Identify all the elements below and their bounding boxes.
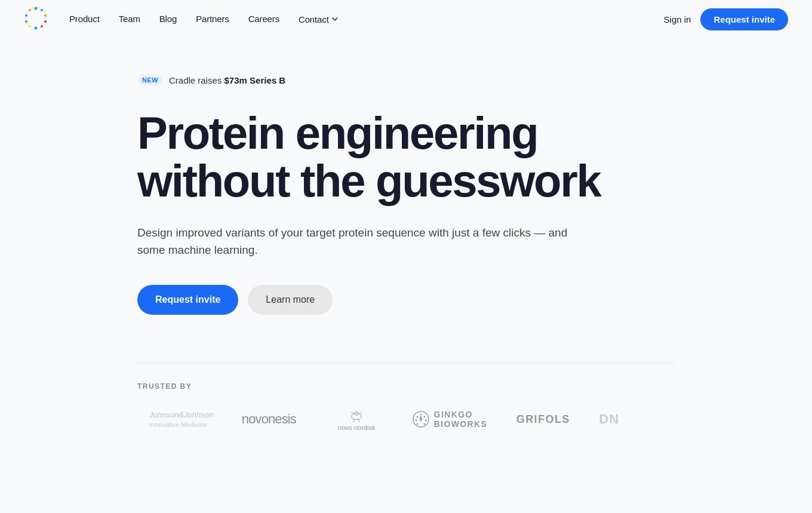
svg-point-23 xyxy=(416,423,418,425)
svg-point-4 xyxy=(44,20,47,23)
nav-links: Product Team Blog Partners Careers Conta… xyxy=(69,14,339,24)
new-badge: NEW xyxy=(137,75,163,85)
nav-link-team[interactable]: Team xyxy=(119,14,140,24)
svg-line-15 xyxy=(353,419,354,422)
svg-point-10 xyxy=(29,9,31,11)
svg-point-11 xyxy=(352,413,362,420)
trusted-label: TRUSTED BY xyxy=(137,382,675,391)
logo-grifols: GRIFOLS xyxy=(499,413,587,426)
nav-link-careers[interactable]: Careers xyxy=(248,14,279,24)
nav-link-product[interactable]: Product xyxy=(69,14,100,24)
logo-johnson-johnson: Johnson&Johnson Innovative Medicine xyxy=(137,410,225,429)
logo-ginkgo-bioworks: GINKGO BIOWORKS xyxy=(401,410,500,430)
signin-link[interactable]: Sign in xyxy=(664,14,691,24)
svg-line-13 xyxy=(352,412,354,414)
svg-point-7 xyxy=(29,25,31,27)
nav-link-partners[interactable]: Partners xyxy=(196,14,229,24)
svg-point-6 xyxy=(35,27,38,30)
nav-request-invite-button[interactable]: Request invite xyxy=(700,8,788,30)
nav-item-team[interactable]: Team xyxy=(119,14,140,24)
novo-nordisk-icon xyxy=(346,407,367,424)
announcement-text: Cradle raises $73m Series B xyxy=(169,75,285,85)
svg-point-8 xyxy=(25,20,27,23)
svg-line-16 xyxy=(359,419,359,422)
ginkgo-icon xyxy=(413,411,429,428)
cradle-logo xyxy=(24,6,48,30)
main-content: NEW Cradle raises $73m Series B Protein … xyxy=(113,38,699,431)
svg-point-0 xyxy=(25,7,47,29)
nav-right: Sign in Request invite xyxy=(664,8,788,30)
logo-novonesis: novonesis xyxy=(225,411,313,427)
chevron-down-icon xyxy=(331,16,339,23)
logo-dnv: DN xyxy=(587,411,675,427)
logo-novo-nordisk: novo nordisk xyxy=(313,407,401,431)
nav-left: Product Team Blog Partners Careers Conta… xyxy=(24,6,339,32)
svg-point-2 xyxy=(41,9,43,11)
navbar: Product Team Blog Partners Careers Conta… xyxy=(0,0,812,38)
cta-group: Request invite Learn more xyxy=(137,285,675,315)
logo-link[interactable] xyxy=(24,6,48,32)
svg-point-22 xyxy=(425,420,426,422)
learn-more-button[interactable]: Learn more xyxy=(248,285,333,315)
nav-link-contact[interactable]: Contact xyxy=(299,14,339,24)
nav-item-blog[interactable]: Blog xyxy=(159,14,177,24)
hero-subtitle: Design improved variants of your target … xyxy=(137,224,591,259)
nav-item-contact[interactable]: Contact xyxy=(299,14,339,24)
hero-title: Protein engineering without the guesswor… xyxy=(137,109,627,205)
announcement-highlight: $73m Series B xyxy=(224,75,286,85)
nav-item-product[interactable]: Product xyxy=(69,14,100,24)
nav-item-careers[interactable]: Careers xyxy=(248,14,279,24)
trusted-section: TRUSTED BY Johnson&Johnson Innovative Me… xyxy=(137,363,675,431)
svg-point-1 xyxy=(35,7,38,10)
svg-point-5 xyxy=(41,25,43,27)
nav-item-partners[interactable]: Partners xyxy=(196,14,229,24)
svg-point-18 xyxy=(420,414,422,416)
announcement-banner[interactable]: NEW Cradle raises $73m Series B xyxy=(137,75,285,85)
svg-point-3 xyxy=(44,14,47,17)
svg-point-21 xyxy=(415,420,417,422)
svg-line-14 xyxy=(359,412,362,414)
svg-point-24 xyxy=(423,423,425,425)
svg-point-19 xyxy=(416,416,418,418)
svg-point-9 xyxy=(25,14,27,17)
logos-row: Johnson&Johnson Innovative Medicine novo… xyxy=(137,407,675,431)
request-invite-button[interactable]: Request invite xyxy=(137,285,238,315)
nav-link-blog[interactable]: Blog xyxy=(159,14,177,24)
svg-point-20 xyxy=(423,416,425,418)
